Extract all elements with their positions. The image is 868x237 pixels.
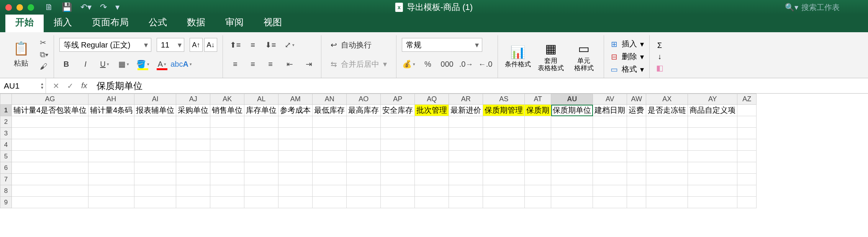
cell-AO3[interactable] [347, 128, 381, 139]
col-header-AP[interactable]: AP [381, 94, 415, 105]
cell-AL7[interactable] [244, 174, 278, 185]
search-input[interactable] [801, 3, 863, 12]
format-cells-button[interactable]: ▭格式▾ [609, 64, 644, 74]
currency-button[interactable]: 💰 [402, 57, 416, 71]
cell-AO6[interactable] [347, 162, 381, 174]
col-header-AS[interactable]: AS [483, 94, 525, 105]
cell-AX8[interactable] [646, 185, 688, 197]
cell-AL2[interactable] [244, 116, 278, 128]
redo-icon[interactable]: ↷ [100, 2, 107, 12]
name-box[interactable]: AU1 ▲▼ [0, 78, 46, 93]
row-header-7[interactable]: 7 [0, 174, 12, 185]
number-format-select[interactable]: 常规 [402, 38, 482, 52]
cell-AR8[interactable] [449, 185, 483, 197]
cell-AK2[interactable] [210, 116, 244, 128]
cell-AK3[interactable] [210, 128, 244, 139]
col-header-AI[interactable]: AI [134, 94, 176, 105]
tab-0[interactable]: 开始 [5, 12, 44, 32]
cell-AM9[interactable] [278, 197, 313, 208]
cell-AL8[interactable] [244, 185, 278, 197]
col-header-AL[interactable]: AL [244, 94, 278, 105]
cell-AS2[interactable] [483, 116, 525, 128]
cell-AW2[interactable] [627, 116, 646, 128]
cell-AG3[interactable] [12, 128, 88, 139]
cell-AJ3[interactable] [176, 128, 210, 139]
cell-AT1[interactable]: 保质期 [525, 105, 551, 116]
cell-AQ7[interactable] [415, 174, 449, 185]
cell-AM2[interactable] [278, 116, 313, 128]
cell-AV6[interactable] [593, 162, 627, 174]
cell-AV9[interactable] [593, 197, 627, 208]
namebox-up-icon[interactable]: ▲ [40, 82, 44, 86]
cell-AZ1[interactable] [737, 105, 757, 116]
cell-AZ3[interactable] [737, 128, 757, 139]
cell-AW4[interactable] [627, 139, 646, 151]
bold-button[interactable]: B [59, 57, 73, 71]
search-area[interactable]: 🔍▾ [785, 3, 863, 12]
cell-AX3[interactable] [646, 128, 688, 139]
close-window-button[interactable] [5, 4, 12, 11]
col-header-AK[interactable]: AK [210, 94, 244, 105]
cell-AQ9[interactable] [415, 197, 449, 208]
cell-AY1[interactable]: 商品自定义项 [688, 105, 737, 116]
cell-AZ7[interactable] [737, 174, 757, 185]
col-header-AX[interactable]: AX [646, 94, 688, 105]
cell-AL9[interactable] [244, 197, 278, 208]
cell-AI3[interactable] [134, 128, 176, 139]
cell-AQ1[interactable]: 批次管理 [415, 105, 449, 116]
cell-AU9[interactable] [551, 197, 593, 208]
col-header-AQ[interactable]: AQ [415, 94, 449, 105]
cell-AY6[interactable] [688, 162, 737, 174]
cell-AN4[interactable] [313, 139, 347, 151]
col-header-AG[interactable]: AG [12, 94, 88, 105]
cell-AR1[interactable]: 最新进价 [449, 105, 483, 116]
save-icon[interactable]: 💾 [62, 2, 72, 12]
tab-5[interactable]: 审阅 [215, 12, 254, 32]
cell-AN6[interactable] [313, 162, 347, 174]
row-header-1[interactable]: 1 [0, 105, 12, 116]
conditional-formatting-button[interactable]: 📊 条件格式 [503, 45, 532, 68]
col-header-AO[interactable]: AO [347, 94, 381, 105]
cell-AI9[interactable] [134, 197, 176, 208]
align-bottom-button[interactable]: ⬇≡ [264, 38, 277, 52]
cell-AG8[interactable] [12, 185, 88, 197]
align-left-button[interactable]: ≡ [228, 57, 242, 71]
cell-AO8[interactable] [347, 185, 381, 197]
cell-AY9[interactable] [688, 197, 737, 208]
align-top-button[interactable]: ⬆≡ [228, 38, 242, 52]
cell-AX9[interactable] [646, 197, 688, 208]
cell-AV2[interactable] [593, 116, 627, 128]
cut-icon[interactable]: ✂︎ [40, 38, 48, 47]
tab-1[interactable]: 插入 [44, 12, 82, 32]
cell-AR9[interactable] [449, 197, 483, 208]
col-header-AJ[interactable]: AJ [176, 94, 210, 105]
cell-AU5[interactable] [551, 151, 593, 162]
cell-AT5[interactable] [525, 151, 551, 162]
cell-AH4[interactable] [88, 139, 134, 151]
cell-AH9[interactable] [88, 197, 134, 208]
cell-AY4[interactable] [688, 139, 737, 151]
cell-AP9[interactable] [381, 197, 415, 208]
copy-icon[interactable]: ⧉▾ [40, 50, 48, 59]
cell-AS7[interactable] [483, 174, 525, 185]
row-header-5[interactable]: 5 [0, 151, 12, 162]
cell-AV5[interactable] [593, 151, 627, 162]
align-middle-button[interactable]: ≡ [246, 38, 260, 52]
cell-AN7[interactable] [313, 174, 347, 185]
increase-font-button[interactable]: A↑ [190, 38, 203, 52]
cell-AK5[interactable] [210, 151, 244, 162]
undo-icon[interactable]: ↶▾ [80, 2, 92, 12]
underline-button[interactable]: U [98, 57, 111, 71]
cell-AM1[interactable]: 参考成本 [278, 105, 313, 116]
cell-AL1[interactable]: 库存单位 [244, 105, 278, 116]
increase-decimal-button[interactable]: .0→ [459, 57, 473, 71]
cell-AT3[interactable] [525, 128, 551, 139]
fill-color-button[interactable]: 🪣 [136, 57, 150, 71]
border-button[interactable]: ▦ [117, 57, 131, 71]
italic-button[interactable]: I [79, 57, 92, 71]
cell-AJ7[interactable] [176, 174, 210, 185]
paste-button[interactable]: 📋 粘贴 [8, 41, 34, 68]
col-header-AW[interactable]: AW [627, 94, 646, 105]
cell-AL5[interactable] [244, 151, 278, 162]
wrap-text-button[interactable]: ↩ 自动换行 [327, 38, 375, 52]
